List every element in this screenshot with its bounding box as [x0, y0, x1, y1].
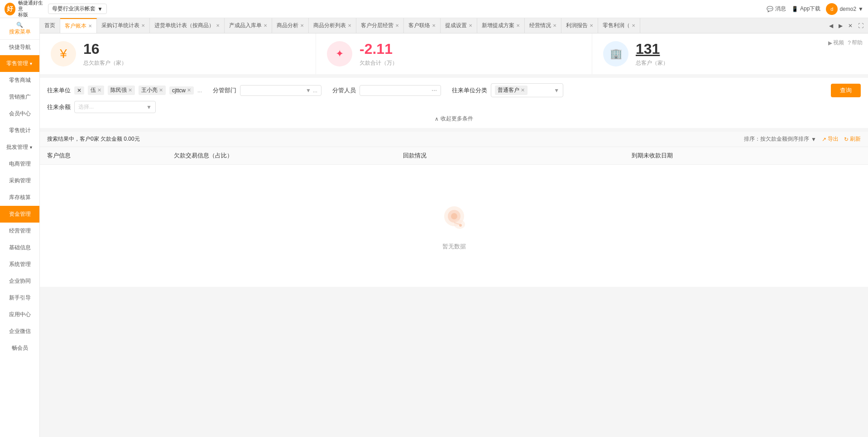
collapse-button[interactable]: ∧ 收起更多条件 — [435, 115, 473, 123]
filter-tag-cjttcw-close[interactable]: ✕ — [187, 87, 191, 93]
filter-select-balance[interactable]: 选择... ▼ — [74, 101, 156, 113]
message-button[interactable]: 💬 消息 — [767, 5, 786, 13]
tab-close-8[interactable]: ✕ — [432, 23, 436, 28]
tab-close-13[interactable]: ✕ — [632, 23, 635, 28]
filter-tag-chen-close[interactable]: ✕ — [128, 87, 132, 93]
svg-point-2 — [451, 213, 457, 219]
sidebar-item-system[interactable]: 系统管理 — [0, 256, 39, 273]
sidebar-item-marketing[interactable]: 营销推广 — [0, 89, 39, 105]
tab-product-analysis[interactable]: 商品分析 ✕ — [272, 18, 309, 33]
page-content: ¥ 16 总欠款客户（家） ✦ -2.11 欠款合计（万） 🏢 — [40, 33, 868, 437]
chevron-down-icon: ▼ — [811, 136, 816, 142]
chevron-down-icon: ▼ — [146, 104, 152, 110]
export-button[interactable]: ↗ 导出 — [822, 135, 839, 143]
filter-label-person: 分管人员 — [332, 86, 356, 95]
tab-close-11[interactable]: ✕ — [553, 23, 556, 28]
tab-next-arrow[interactable]: ▶ — [837, 22, 844, 30]
account-selector[interactable]: 母婴行业演示帐套 ▼ — [48, 4, 107, 14]
filter-tag-wu-close[interactable]: ✕ — [97, 87, 101, 93]
filter-select-type[interactable]: 普通客户 ✕ ▼ — [491, 83, 563, 97]
expand-icon: ⋯ — [432, 87, 437, 94]
filter-tag-unit-x: ✕ — [74, 86, 84, 95]
sidebar-item-ecom[interactable]: 电商管理 — [0, 156, 39, 172]
tab-profit-report[interactable]: 利润报告 ✕ — [561, 18, 598, 33]
filter-tag-chen: 陈民强 ✕ — [108, 86, 135, 95]
tab-close-5[interactable]: ✕ — [300, 23, 304, 28]
sidebar-item-purchase[interactable]: 采购管理 — [0, 172, 39, 189]
tab-reminder-settings[interactable]: 提成设置 ✕ — [441, 18, 477, 33]
app-download-button[interactable]: 📱 App下载 — [791, 5, 820, 13]
stat-icon-debt: ✦ — [327, 41, 352, 66]
stats-row: ¥ 16 总欠款客户（家） ✦ -2.11 欠款合计（万） 🏢 — [40, 33, 868, 74]
tab-close-4[interactable]: ✕ — [264, 23, 267, 28]
tab-production-inbound[interactable]: 产成品入库单 ✕ — [225, 18, 272, 33]
sidebar-item-appstore[interactable]: 应用中心 — [0, 306, 39, 323]
sidebar-item-newbie[interactable]: 新手引导 — [0, 290, 39, 306]
sidebar-item-finance[interactable]: 资金管理 — [0, 206, 39, 223]
sidebar-item-inventory[interactable]: 库存核算 — [0, 189, 39, 206]
stat-value-total: 131 — [636, 41, 668, 57]
video-icon: ▶ — [828, 40, 832, 46]
filter-select-person[interactable]: ⋯ — [360, 85, 441, 96]
filter-dept-more[interactable]: ... — [313, 87, 317, 94]
filter-tag-cjttcw: cjttcw ✕ — [169, 86, 194, 95]
sort-selector[interactable]: 排序：按欠款金额倒序排序 ▼ — [744, 135, 816, 143]
top-bar-actions: 💬 消息 📱 App下载 d demo2 ▼ — [767, 3, 863, 15]
tab-close-10[interactable]: ✕ — [516, 23, 520, 28]
top-bar: 好 畅捷通好生意 标版 母婴行业演示帐套 ▼ 💬 消息 📱 App下载 d de… — [0, 0, 868, 18]
sidebar-item-retail-mgmt[interactable]: 零售管理 ▼ — [0, 55, 39, 72]
sidebar-quick-nav[interactable]: 快捷导航 — [0, 40, 39, 55]
sidebar-item-ops[interactable]: 经营管理 — [0, 223, 39, 239]
filter-more-units[interactable]: ... — [197, 87, 202, 94]
tab-inbound-stat[interactable]: 进货单统计表（按商品） ✕ — [150, 18, 225, 33]
table-col-due-date: 到期未收款日期 — [632, 152, 861, 160]
sidebar-item-wholesale[interactable]: 批发管理 ▼ — [0, 139, 39, 156]
user-menu[interactable]: d demo2 ▼ — [826, 3, 863, 15]
video-help-button[interactable]: ▶ 视频 — [828, 39, 844, 47]
tab-menu-arrow[interactable]: ✕ — [846, 22, 854, 30]
filter-tag-type-close[interactable]: ✕ — [521, 87, 525, 93]
filter-label-type: 往来单位分类 — [452, 86, 487, 95]
sidebar-item-enterprise[interactable]: 企业协同 — [0, 273, 39, 290]
stat-icon-money: ¥ — [51, 41, 76, 66]
query-button[interactable]: 查询 — [831, 84, 861, 97]
tab-product-analysis-list[interactable]: 商品分析列表 ✕ — [309, 18, 356, 33]
filter-area: 往来单位 ✕ 伍 ✕ 陈民强 ✕ 王小亮 ✕ — [40, 78, 868, 128]
tab-new-achievement[interactable]: 新增提成方案 ✕ — [477, 18, 525, 33]
tab-close-7[interactable]: ✕ — [395, 23, 399, 28]
sidebar-item-base[interactable]: 基础信息 — [0, 239, 39, 256]
filter-label-balance: 往来余额 — [47, 103, 71, 111]
result-bar: 搜索结果中，客户0家 欠款金额 0.00元 排序：按欠款金额倒序排序 ▼ ↗ 导… — [40, 132, 868, 147]
logo-text: 畅捷通好生意 标版 — [18, 0, 44, 18]
filter-row-1: 往来单位 ✕ 伍 ✕ 陈民强 ✕ 王小亮 ✕ — [47, 83, 861, 97]
help-button[interactable]: ? 帮助 — [848, 39, 863, 47]
tab-ops-status[interactable]: 经营情况 ✕ — [525, 18, 561, 33]
sidebar-item-member2[interactable]: 畅会员 — [0, 340, 39, 356]
filter-tag-wang-close[interactable]: ✕ — [159, 87, 163, 93]
tab-close-2[interactable]: ✕ — [141, 23, 145, 28]
tab-customer-account[interactable]: 客户账本 ✕ — [60, 18, 97, 33]
filter-select-dept[interactable]: ▼ ... — [240, 85, 321, 96]
tab-close-6[interactable]: ✕ — [348, 23, 351, 28]
logo: 好 畅捷通好生意 标版 — [5, 0, 44, 18]
tab-close-12[interactable]: ✕ — [590, 23, 593, 28]
tab-prev-arrow[interactable]: ◀ — [827, 22, 835, 30]
tab-purchase-order-stat[interactable]: 采购订单统计表 ✕ — [97, 18, 150, 33]
tab-maximize[interactable]: ⛶ — [856, 22, 865, 30]
tab-close-3[interactable]: ✕ — [216, 23, 220, 28]
chevron-up-icon: ∧ — [435, 116, 439, 122]
sidebar-item-retail-stat[interactable]: 零售统计 — [0, 122, 39, 139]
tab-customer-contact[interactable]: 客户联络 ✕ — [404, 18, 441, 33]
stat-card-total: 🏢 131 总客户（家） ▶ 视频 ? 帮助 — [592, 33, 868, 74]
sidebar-item-wechat[interactable]: 企业微信 — [0, 323, 39, 340]
tab-home[interactable]: 首页 — [40, 18, 60, 33]
sidebar-item-member[interactable]: 会员中心 — [0, 105, 39, 122]
tab-close-customer-account[interactable]: ✕ — [88, 24, 92, 28]
tab-retail-profit[interactable]: 零售利润（ ✕ — [598, 18, 640, 33]
sidebar-item-retail-mall[interactable]: 零售商城 — [0, 72, 39, 89]
refresh-button[interactable]: ↻ 刷新 — [844, 135, 861, 143]
sidebar-search[interactable]: 🔍 搜索菜单 — [0, 18, 39, 40]
tab-customer-tier[interactable]: 客户分层经营 ✕ — [356, 18, 404, 33]
filter-tag-normal-customer: 普通客户 ✕ — [495, 86, 528, 95]
tab-close-9[interactable]: ✕ — [469, 23, 472, 28]
